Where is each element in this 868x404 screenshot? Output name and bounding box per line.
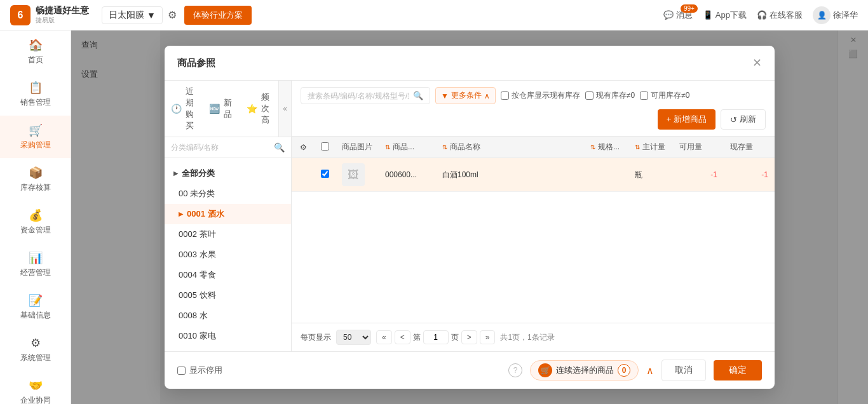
sidebar-item-purchase[interactable]: 🛒 采购管理	[0, 116, 71, 158]
more-filters-button[interactable]: ▼ 更多条件 ∧	[435, 87, 496, 104]
filter-collapse-icon: ∧	[484, 91, 490, 100]
td-unit: 瓶	[628, 158, 673, 192]
product-search-input[interactable]	[308, 91, 409, 100]
content-area: 查询 设置 ✕ ⬜ 商品参照 ✕	[71, 30, 868, 404]
table-settings-icon[interactable]: ⚙	[300, 143, 307, 152]
refresh-button[interactable]: ↺ 刷新	[721, 109, 766, 130]
messages-button[interactable]: 💬 消息 99+	[663, 10, 693, 21]
th-name: ⇅ 商品名称	[436, 137, 584, 158]
th-gear: ⚙	[292, 137, 315, 158]
category-item-fruit[interactable]: 0003 水果	[165, 245, 291, 265]
cancel-button[interactable]: 取消	[661, 360, 706, 381]
sidebar-item-corp-collab[interactable]: 🤝 企业协同	[0, 371, 71, 404]
td-stock: -1	[724, 158, 775, 192]
select-all-checkbox[interactable]	[321, 142, 329, 151]
category-item-snacks[interactable]: 0004 零食	[165, 265, 291, 285]
collab-icon: 🤝	[29, 379, 43, 393]
inventory-icon: 📦	[29, 166, 43, 180]
product-search-icon[interactable]: 🔍	[413, 91, 423, 100]
trial-button[interactable]: 体验行业方案	[184, 6, 252, 25]
new-icon: 🆕	[209, 104, 220, 114]
page-size-select[interactable]: 50 10 20 100	[336, 330, 371, 345]
left-panel-collapse-btn[interactable]: «	[278, 81, 291, 137]
product-reference-modal: 商品参照 ✕ 🕐 近期购买 🆕	[165, 46, 775, 389]
category-search-icon[interactable]: 🔍	[274, 142, 285, 152]
sidebar-item-finance[interactable]: 💰 资金管理	[0, 201, 71, 243]
gear-icon[interactable]: ⚙	[168, 9, 177, 21]
user-avatar[interactable]: 👤 徐泽华	[813, 6, 858, 24]
td-available: -1	[673, 158, 724, 192]
nav-selector[interactable]: 日太阳膜 ▼	[102, 6, 163, 24]
td-name: 白酒100ml	[436, 158, 584, 192]
modal-left-tabs: 🕐 近期购买 🆕 新品 ⭐ 频次高 «	[165, 81, 291, 137]
td-img: 🖼	[336, 158, 379, 192]
app-download-button[interactable]: 📱 App下载	[703, 10, 747, 21]
sort-icon: ⇅	[635, 144, 640, 151]
th-available: 可用量	[673, 137, 724, 158]
recent-purchase-tab[interactable]: 🕐 近期购买	[165, 81, 203, 137]
modal-header: 商品参照 ✕	[165, 46, 775, 81]
category-item-liquor[interactable]: ▶ 0001 酒水	[165, 204, 291, 224]
sort-icon: ⇅	[385, 144, 390, 151]
toolbar-actions: + 新增商品 ↺ 刷新	[658, 109, 766, 130]
category-item-water[interactable]: 0008 水	[165, 306, 291, 326]
nonzero-avail-checkbox[interactable]: 可用库存≠0	[640, 90, 689, 101]
category-item-uncategorized[interactable]: 00 未分类	[165, 184, 291, 204]
cart-count-badge: 0	[618, 364, 630, 377]
td-checkbox[interactable]	[315, 158, 336, 192]
category-item-tea[interactable]: 0002 茶叶	[165, 224, 291, 245]
warehouse-filter-checkbox[interactable]: 按仓库显示现有库存	[501, 90, 580, 101]
purchase-icon: 🛒	[29, 123, 43, 137]
show-disabled-checkbox[interactable]: 显示停用	[177, 365, 222, 376]
page-total: 共1页，1条记录	[500, 332, 554, 343]
message-badge: 99+	[681, 4, 698, 13]
new-products-tab[interactable]: 🆕 新品	[203, 81, 241, 137]
star-icon: ⭐	[247, 104, 257, 114]
product-image: 🖼	[342, 163, 365, 186]
next-page-btn[interactable]: >	[461, 330, 477, 344]
sidebar-item-inventory[interactable]: 📦 库存核算	[0, 158, 71, 201]
th-img: 商品图片	[336, 137, 379, 158]
sidebar-item-sales[interactable]: 📋 销售管理	[0, 73, 71, 116]
add-product-button[interactable]: + 新增商品	[658, 109, 715, 130]
cart-icon: 🛒	[538, 363, 552, 377]
confirm-button[interactable]: 确定	[714, 360, 762, 380]
help-button[interactable]: ?	[508, 363, 522, 377]
sort-icon: ⇅	[590, 144, 595, 151]
modal-close-button[interactable]: ✕	[752, 56, 762, 70]
refresh-icon: ↺	[730, 115, 737, 125]
last-page-btn[interactable]: »	[480, 330, 496, 344]
td-code: 000600...	[379, 158, 436, 192]
modal-title: 商品参照	[177, 57, 215, 69]
online-service-button[interactable]: 🎧 在线客服	[757, 10, 803, 21]
cart-selector[interactable]: 🛒 连续选择的商品 0	[530, 360, 639, 380]
sidebar-item-system[interactable]: ⚙ 系统管理	[0, 328, 71, 371]
app-icon: 📱	[703, 10, 713, 20]
footer-collapse-icon[interactable]: ∧	[646, 365, 654, 377]
th-stock: 现存量	[724, 137, 775, 158]
td-gear	[292, 158, 315, 192]
category-item-drinks[interactable]: 0005 饮料	[165, 285, 291, 306]
operations-icon: 📊	[29, 251, 43, 265]
logo-text: 畅捷通好生意	[36, 5, 89, 16]
footer-right: ? 🛒 连续选择的商品 0 ∧ 取消 确定	[508, 360, 762, 381]
system-icon: ⚙	[31, 336, 41, 350]
category-item-all[interactable]: ▶ 全部分类	[165, 163, 291, 184]
topbar: 6 畅捷通好生意 捷易版 日太阳膜 ▼ ⚙ 体验行业方案 💬 消息 99+ 📱 …	[0, 0, 868, 30]
topbar-right: 💬 消息 99+ 📱 App下载 🎧 在线客服 👤 徐泽华	[663, 6, 858, 24]
table-row[interactable]: 🖼 000600... 白酒100ml	[292, 158, 775, 192]
category-search-input[interactable]	[171, 143, 270, 152]
modal-overlay: 商品参照 ✕ 🕐 近期购买 🆕	[71, 30, 868, 404]
sidebar-item-operations[interactable]: 📊 经营管理	[0, 243, 71, 286]
page-number-input[interactable]	[423, 330, 449, 344]
chevron-down-icon: ▼	[147, 10, 156, 20]
first-page-btn[interactable]: «	[376, 330, 392, 344]
frequent-tab[interactable]: ⭐ 频次高	[240, 81, 278, 137]
nonzero-stock-checkbox[interactable]: 现有库存≠0	[585, 90, 635, 101]
sidebar-item-basic-info[interactable]: 📝 基础信息	[0, 286, 71, 328]
category-item-appliances[interactable]: 0010 家电	[165, 326, 291, 346]
headset-icon: 🎧	[757, 10, 767, 20]
product-table: ⚙ 商品图片	[292, 137, 775, 192]
prev-page-btn[interactable]: <	[395, 330, 410, 344]
sidebar-item-home[interactable]: 🏠 首页	[0, 30, 71, 73]
